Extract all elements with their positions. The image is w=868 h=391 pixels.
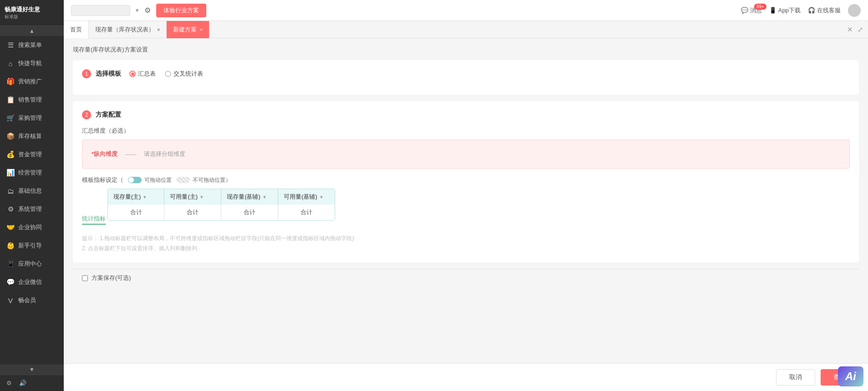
- close-icon[interactable]: ×: [157, 27, 160, 32]
- settings-icon[interactable]: ⚙: [6, 380, 12, 386]
- sidebar-item-label: 新手引导: [18, 242, 42, 250]
- sidebar-item-inventory[interactable]: 📦 库存核算: [0, 127, 64, 145]
- sidebar-scroll-down[interactable]: ▼: [0, 365, 64, 375]
- stats-table: 现存量(主) ▾ 可用量(主) ▾ 现存量(基辅) ▾ 可用量(基辅): [107, 189, 335, 221]
- tips-prefix-label: 提示：: [82, 235, 98, 242]
- chevron-down-icon[interactable]: ▾: [320, 194, 323, 200]
- sidebar: 畅康通好生意 标准版 ▲ ☰ 搜索菜单 ⌂ 快捷导航 🎁 营销推广 📋 销售管理…: [0, 0, 64, 391]
- sidebar-item-operations[interactable]: 📊 经营管理: [0, 164, 64, 182]
- sidebar-item-enterprise-wx[interactable]: 💬 企业微信: [0, 273, 64, 291]
- sidebar-item-finance[interactable]: 💰 资金管理: [0, 145, 64, 164]
- chat-icon: 💬: [6, 278, 15, 286]
- sidebar-item-quick-nav[interactable]: ⌂ 快捷导航: [0, 54, 64, 72]
- draggable-pill: [128, 177, 142, 183]
- dimension-row: *纵向维度 —— 请选择分组维度: [92, 150, 840, 158]
- search-menu-icon: ☰: [6, 41, 15, 49]
- stats-body-cell-1: 合计: [108, 205, 165, 220]
- topbar-right: 💬 消息 99+ 📱 App下载 🎧 在线客服: [741, 4, 861, 17]
- radio-crosstab[interactable]: 交叉统计表: [165, 70, 203, 78]
- chevron-down-icon[interactable]: ▾: [143, 194, 146, 200]
- money-icon: 💰: [6, 150, 15, 159]
- non-draggable-label: 不可拖动位置）: [193, 176, 231, 184]
- online-service[interactable]: 🎧 在线客服: [808, 6, 841, 15]
- messages-badge[interactable]: 💬 消息 99+: [741, 6, 762, 15]
- close-window-icon[interactable]: ✕: [847, 26, 853, 34]
- sidebar-item-label: 快捷导航: [18, 59, 42, 67]
- tab-inventory-status[interactable]: 现存量（库存状况表） ×: [89, 21, 167, 38]
- tips-section: 提示： 1.拖动标题栏可以调整布局，不可跨维度或指标区域拖动栏目字段(只能在同一…: [82, 234, 850, 253]
- stats-col-4[interactable]: 可用量(基辅) ▾: [278, 189, 335, 205]
- cancel-button[interactable]: 取消: [776, 369, 815, 386]
- stats-col-2[interactable]: 可用量(主) ▾: [164, 189, 221, 205]
- vertical-dim-label: *纵向维度: [92, 150, 117, 158]
- app-download[interactable]: 📱 App下载: [769, 6, 801, 15]
- sound-icon[interactable]: 🔊: [19, 380, 26, 386]
- tabs-controls: ✕ ⤢: [847, 26, 868, 34]
- close-icon[interactable]: ×: [199, 27, 202, 32]
- stats-table-body: 合计 合计 合计 合计: [108, 205, 335, 220]
- app-name: 畅康通好生意: [5, 5, 59, 14]
- radio-summary-circle: [129, 71, 136, 77]
- search-input[interactable]: [71, 5, 130, 16]
- handshake-icon: 🤝: [6, 223, 15, 232]
- sidebar-item-vip[interactable]: V 畅会员: [0, 291, 64, 309]
- stats-table-header: 现存量(主) ▾ 可用量(主) ▾ 现存量(基辅) ▾ 可用量(基辅): [108, 189, 335, 205]
- sidebar-item-system[interactable]: ⚙ 系统管理: [0, 200, 64, 218]
- sidebar-scroll-up[interactable]: ▲: [0, 26, 64, 36]
- radio-crosstab-circle: [165, 71, 171, 77]
- tab-new-plan[interactable]: 新建方案 ×: [167, 21, 209, 38]
- trial-industry-button[interactable]: 体验行业方案: [156, 4, 206, 17]
- radio-crosstab-label: 交叉统计表: [174, 70, 203, 78]
- ai-badge[interactable]: Ai: [838, 366, 863, 386]
- chevron-down-icon[interactable]: ▾: [200, 194, 203, 200]
- col1-label: 现存量(主): [113, 193, 141, 201]
- sidebar-item-app-center[interactable]: 📱 应用中心: [0, 255, 64, 273]
- stats-col-3[interactable]: 现存量(基辅) ▾: [221, 189, 278, 205]
- sidebar-item-enterprise[interactable]: 🤝 企业协同: [0, 218, 64, 237]
- indicator-label-prefix: 模板指标设定（: [82, 176, 123, 184]
- tab-home[interactable]: 首页: [64, 21, 89, 38]
- download-icon: 📱: [769, 7, 776, 14]
- non-draggable-pill: [176, 177, 190, 183]
- sidebar-item-search-menu[interactable]: ☰ 搜索菜单: [0, 36, 64, 54]
- sidebar-item-sales[interactable]: 📋 销售管理: [0, 91, 64, 109]
- tab-home-label: 首页: [70, 26, 82, 34]
- dim-placeholder: 请选择分组维度: [144, 150, 185, 158]
- chart-icon: 📊: [6, 169, 15, 177]
- save-plan-label: 方案保存(可选): [92, 274, 131, 282]
- app-logo: 畅康通好生意 标准版: [0, 0, 64, 26]
- home-icon: ⌂: [6, 60, 15, 67]
- tip2-text: 2. 点击标题栏下拉可设置排序、插入列和删除列: [82, 245, 197, 252]
- topbar: ▾ ⚙ 体验行业方案 💬 消息 99+ 📱 App下载 🎧 在线客服: [64, 0, 868, 21]
- sidebar-item-label: 资金管理: [18, 150, 42, 159]
- summary-dim-label: 汇总维度（必选）: [82, 127, 850, 135]
- sidebar-item-new-guide[interactable]: 👶 新手引导: [0, 237, 64, 255]
- col4-label: 可用量(基辅): [284, 193, 317, 201]
- sidebar-item-label: 应用中心: [18, 260, 42, 268]
- template-radio-group: 汇总表 交叉统计表: [129, 70, 203, 78]
- app-version: 标准版: [5, 14, 59, 20]
- stats-col-1[interactable]: 现存量(主) ▾: [108, 189, 165, 205]
- tip2-row: 2. 点击标题栏下拉可设置排序、插入列和删除列: [82, 244, 850, 254]
- sidebar-item-purchase[interactable]: 🛒 采购管理: [0, 109, 64, 127]
- sidebar-item-label: 企业微信: [18, 278, 42, 286]
- chevron-down-icon[interactable]: ▾: [136, 7, 139, 14]
- tabs-bar: 首页 现存量（库存状况表） × 新建方案 × ✕ ⤢: [64, 21, 868, 38]
- expand-icon[interactable]: ⤢: [858, 26, 863, 34]
- save-plan-checkbox[interactable]: [82, 275, 88, 281]
- sidebar-item-basic-info[interactable]: 🗂 基础信息: [0, 182, 64, 200]
- sidebar-item-label: 销售管理: [18, 96, 42, 104]
- indicator-settings-label: 模板指标设定（ 可拖动位置 不可拖动位置）: [82, 176, 850, 184]
- bottom-actions: 取消 查询: [64, 363, 868, 391]
- sidebar-item-marketing[interactable]: 🎁 营销推广: [0, 72, 64, 91]
- stats-section-label: 统计指标: [82, 215, 106, 225]
- chevron-down-icon[interactable]: ▾: [263, 194, 266, 200]
- sidebar-item-label: 搜索菜单: [18, 41, 42, 49]
- dimension-box: *纵向维度 —— 请选择分组维度: [82, 139, 850, 169]
- settings-icon[interactable]: ⚙: [144, 6, 151, 15]
- footer-bar: 方案保存(可选): [73, 269, 859, 287]
- mobile-icon: 📱: [6, 260, 15, 268]
- radio-summary[interactable]: 汇总表: [129, 70, 156, 78]
- avatar[interactable]: [848, 4, 861, 17]
- step1-num: 1: [82, 69, 91, 78]
